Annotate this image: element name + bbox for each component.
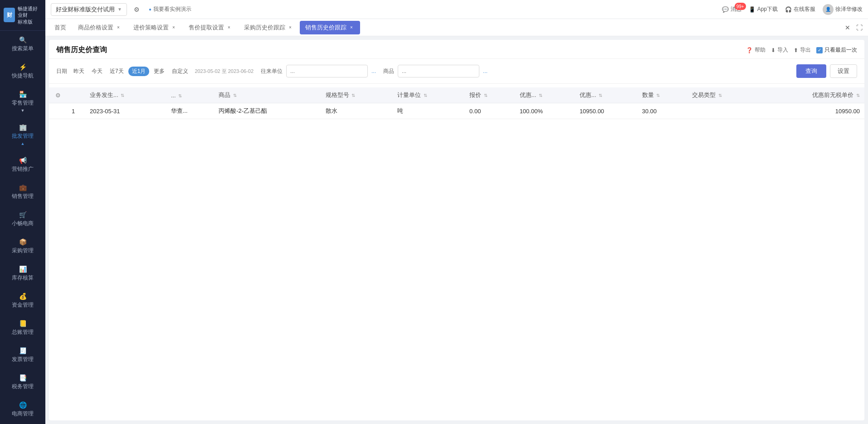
chevron-down-icon: ▼ — [117, 7, 122, 12]
help-btn[interactable]: ❓ 帮助 — [746, 46, 766, 54]
message-icon: 💬 — [722, 6, 729, 13]
message-btn[interactable]: 💬 消息 99+ — [722, 5, 741, 13]
demo-btn[interactable]: ● 我要看实例演示 — [149, 5, 191, 13]
col-product[interactable]: 商品 ⇅ — [214, 87, 321, 103]
sidebar-item-purchase[interactable]: 📦 采购管理 — [0, 233, 45, 260]
tab-purchase-strategy[interactable]: 进价策略设置 × — [128, 21, 182, 34]
date-option-7days[interactable]: 近7天 — [107, 67, 127, 76]
col-quantity[interactable]: 数量 ⇅ — [638, 87, 688, 103]
online-service-btn[interactable]: 🎧 在线客服 — [785, 5, 815, 13]
col-price[interactable]: 报价 ⇅ — [465, 87, 515, 103]
ecommerce-small-icon: 🛒 — [19, 211, 27, 218]
tax-icon: 📑 — [19, 374, 27, 381]
sidebar-item-capital[interactable]: 💰 资金管理 — [0, 287, 45, 314]
panel-close-btn[interactable]: ✕ — [843, 23, 853, 33]
col-extra[interactable]: ... ⇅ — [166, 87, 214, 103]
col-trade-type[interactable]: 交易类型 ⇅ — [688, 87, 760, 103]
settings-btn[interactable]: 设置 — [830, 64, 857, 78]
product-more-btn[interactable]: ... — [483, 68, 488, 74]
help-label: 帮助 — [755, 46, 766, 54]
page-header-actions: ❓ 帮助 ⬇ 导入 ⬆ 导出 ✓ 只看最后一次 — [746, 46, 857, 54]
tab-home[interactable]: 首页 — [49, 21, 72, 34]
date-filter-group: 日期 昨天 今天 近7天 近1月 更多 自定义 2023-05-02 至 202… — [56, 67, 254, 76]
panel-expand-btn[interactable]: ⛶ — [854, 23, 864, 33]
product-filter-label: 商品 — [383, 67, 394, 75]
filter-actions: 查询 设置 — [796, 64, 857, 78]
logo-icon: 财 — [4, 8, 15, 22]
app-logo: 财 畅捷通好业财 标准版 — [0, 0, 45, 31]
from-unit-input[interactable] — [286, 65, 368, 77]
row-price: 0.00 — [465, 103, 515, 119]
row-discount2: 10950.00 — [575, 103, 638, 119]
date-option-today[interactable]: 今天 — [89, 67, 105, 76]
col-unit[interactable]: 计量单位 ⇅ — [393, 87, 465, 103]
col-discount1[interactable]: 优惠... ⇅ — [515, 87, 575, 103]
only-last-checkbox[interactable]: ✓ 只看最后一次 — [816, 46, 857, 54]
product-input[interactable] — [398, 65, 479, 77]
tab-purchase-history-close[interactable]: × — [287, 24, 293, 31]
quick-nav-icon: ⚡ — [19, 63, 27, 71]
tab-purchase-strategy-label: 进价策略设置 — [133, 24, 169, 32]
row-index: 1 — [67, 103, 85, 119]
row-biz-date: 2023-05-31 — [85, 103, 166, 119]
tabs-bar: 首页 商品价格设置 × 进价策略设置 × 售价提取设置 × 采购历史价跟踪 × … — [45, 19, 868, 36]
tab-purchase-strategy-close[interactable]: × — [171, 24, 177, 31]
col-pre-tax-price[interactable]: 优惠前无税单价 ⇅ — [760, 87, 864, 103]
tab-purchase-history[interactable]: 采购历史价跟踪 × — [239, 21, 299, 34]
date-filter-label: 日期 — [56, 67, 67, 75]
row-discount1: 100.00% — [515, 103, 575, 119]
sidebar-item-general-ledger[interactable]: 📒 总账管理 — [0, 314, 45, 342]
settings-gear-btn[interactable]: ⚙ — [131, 3, 143, 16]
sidebar-item-wholesale[interactable]: 🏢 批发管理 ▲ — [0, 118, 45, 151]
date-range-text: 2023-05-02 至 2023-06-02 — [195, 68, 254, 75]
user-menu-btn[interactable]: 👤 徐泽华修改 — [823, 4, 863, 15]
sidebar-item-tax[interactable]: 📑 税务管理 — [0, 369, 45, 396]
col-biz-date[interactable]: 业务发生... ⇅ — [85, 87, 166, 103]
col-spec[interactable]: 规格型号 ⇅ — [321, 87, 393, 103]
tab-sale-price[interactable]: 售价提取设置 × — [183, 21, 238, 34]
sidebar-item-quick-nav[interactable]: ⚡ 快捷导航 — [0, 58, 45, 85]
tab-sale-price-label: 售价提取设置 — [189, 24, 224, 32]
import-btn[interactable]: ⬇ 导入 — [771, 46, 788, 54]
sort-icon-biz-date: ⇅ — [121, 93, 124, 98]
row-extra: 华查... — [166, 103, 214, 119]
ledger-icon: 📒 — [19, 320, 27, 327]
tab-sale-history-close[interactable]: × — [348, 24, 355, 31]
date-option-yesterday[interactable]: 昨天 — [71, 67, 87, 76]
marketing-icon: 📢 — [19, 157, 27, 164]
tab-sale-price-close[interactable]: × — [226, 24, 232, 31]
data-table: ⚙ 业务发生... ⇅ ... ⇅ 商品 ⇅ — [49, 87, 864, 119]
table-gear-icon[interactable]: ⚙ — [55, 92, 61, 99]
date-option-custom[interactable]: 自定义 — [169, 67, 191, 76]
query-btn[interactable]: 查询 — [796, 64, 826, 78]
sidebar-item-invoice[interactable]: 🧾 发票管理 — [0, 342, 45, 369]
from-unit-more-btn[interactable]: ... — [371, 68, 376, 74]
tab-sale-history[interactable]: 销售历史价跟踪 × — [300, 21, 360, 34]
sidebar-item-inventory[interactable]: 📊 库存核算 — [0, 260, 45, 287]
tab-product-price-close[interactable]: × — [115, 24, 122, 31]
sales-icon: 💼 — [19, 184, 27, 191]
sidebar-item-marketing[interactable]: 📢 营销推广 — [0, 151, 45, 178]
sidebar-item-ecommerce[interactable]: 🌐 电商管理 — [0, 396, 45, 423]
sidebar-item-retail[interactable]: 🏪 零售管理 ▼ — [0, 85, 45, 118]
row-pre-tax-price: 10950.00 — [760, 103, 864, 119]
user-name: 徐泽华修改 — [835, 5, 863, 13]
topbar: 好业财标准版交付试用 ▼ ⚙ ● 我要看实例演示 💬 消息 99+ 📱 App下… — [45, 0, 868, 19]
sort-icon-trade-type: ⇅ — [718, 93, 722, 98]
sidebar-item-sales[interactable]: 💼 销售管理 — [0, 178, 45, 206]
only-last-label: 只看最后一次 — [824, 46, 857, 54]
sidebar-item-search[interactable]: 🔍 搜索菜单 — [0, 31, 45, 58]
sidebar-item-xiao-ecommerce[interactable]: 🛒 小畅电商 — [0, 206, 45, 233]
date-option-more[interactable]: 更多 — [151, 67, 167, 76]
edition-selector[interactable]: 好业财标准版交付试用 ▼ — [51, 3, 127, 16]
sidebar: 财 畅捷通好业财 标准版 🔍 搜索菜单 ⚡ 快捷导航 🏪 零售管理 ▼ 🏢 批发… — [0, 0, 45, 424]
date-option-1month[interactable]: 近1月 — [128, 67, 150, 76]
col-discount2[interactable]: 优惠... ⇅ — [575, 87, 638, 103]
purchase-icon: 📦 — [19, 238, 27, 246]
app-download-btn[interactable]: 📱 App下载 — [749, 5, 778, 13]
export-btn[interactable]: ⬆ 导出 — [794, 46, 811, 54]
sort-icon-product: ⇅ — [233, 93, 237, 98]
tab-product-price-label: 商品价格设置 — [78, 24, 113, 32]
sort-icon-discount1: ⇅ — [539, 93, 542, 98]
tab-product-price[interactable]: 商品价格设置 × — [73, 21, 127, 34]
